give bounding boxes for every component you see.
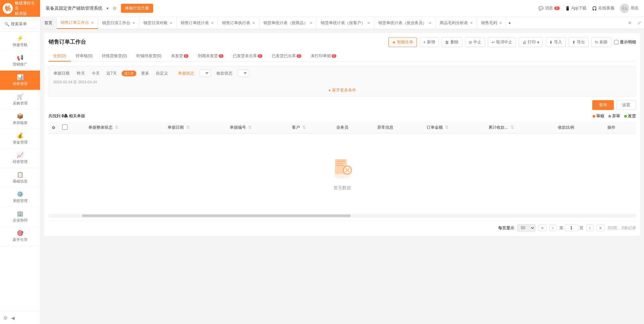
settings-icon[interactable]: ⚙ [3, 315, 8, 321]
app-download-button[interactable]: 📱 App下载 [565, 5, 587, 11]
sidebar-item-inventory[interactable]: 📦 库存核算 [0, 110, 40, 129]
first-page-button[interactable]: « [538, 225, 547, 231]
cancel-review-action[interactable]: 弃审 [608, 113, 620, 119]
user-menu[interactable]: Ea 用友 [620, 4, 639, 13]
sidebar-item-marketing[interactable]: 📢 营销推广 [0, 51, 40, 71]
horizontal-scrollbar[interactable] [48, 214, 636, 218]
column-settings-icon[interactable]: ⚙ [52, 125, 55, 130]
tab-close-sales-stats-staff[interactable]: ✕ [429, 21, 431, 25]
show-detail-checkbox-label[interactable]: 显示明细 [614, 39, 636, 45]
tab-sales-stats-staff[interactable]: 销货单统计表（按业务员） ✕ [374, 17, 436, 29]
sub-tab-shipped-not-stored[interactable]: 已发货未出库0 [228, 51, 267, 62]
show-detail-checkbox[interactable] [614, 40, 618, 44]
workbench-header: 销售订单工作台 ★ 智能生单 + 新增 🗑 删除 ⊘ [48, 37, 636, 47]
sidebar-item-finance[interactable]: 💰 资金管理 [0, 129, 40, 149]
date-yesterday[interactable]: 昨天 [75, 70, 87, 77]
collapse-icon[interactable]: ◀ [11, 315, 15, 321]
tab-close-all-icon[interactable]: ✕ [625, 20, 635, 26]
tab-close-gross-profit[interactable]: ✕ [470, 21, 473, 25]
stats-text: 共找到 0条 相关单据 [48, 113, 85, 119]
tab-gross-profit[interactable]: 商品毛利分析表 ✕ [436, 17, 477, 29]
tab-sales-exec[interactable]: 销售订单执行表 ✕ [218, 17, 259, 29]
expand-more-button[interactable]: ▾ 展开更多条件 [329, 87, 356, 93]
tab-fullscreen-icon[interactable]: ⤢ [635, 20, 644, 26]
smart-create-button[interactable]: ★ 智能生单 [388, 37, 417, 47]
sub-tab-not-printed[interactable]: 未打印单据0 [306, 51, 341, 62]
tabs-more-button[interactable]: ▸ [506, 21, 514, 25]
tab-sales-amount[interactable]: 销售毛利 ✕ [477, 17, 506, 29]
tab-sales-stats-product[interactable]: 销货单统计表（按商品） ✕ [259, 17, 317, 29]
print-button[interactable]: 🖨 打印 ▾ [519, 37, 543, 47]
last-page-button[interactable]: » [596, 225, 605, 231]
import-button[interactable]: ⬇ 导入 [546, 37, 566, 47]
export-icon: ⬆ [572, 40, 575, 45]
tab-close-sales-stats-product[interactable]: ✕ [310, 21, 312, 25]
tab-close-cash-reconcile[interactable]: ✕ [170, 21, 172, 25]
new-button[interactable]: + 新增 [420, 37, 439, 47]
tab-home[interactable]: 首页 [40, 17, 57, 29]
tab-sales-stats-customer[interactable]: 销货单统计表（按客户） ✕ [317, 17, 374, 29]
payment-filter-select[interactable] [238, 70, 249, 77]
system-dropdown[interactable]: ▾ [106, 6, 109, 11]
message-button[interactable]: 💬 消息 6 [539, 5, 560, 11]
sub-tab-pending-review[interactable]: 待审核(0) [71, 51, 97, 62]
review-action[interactable]: 审核 [593, 113, 604, 119]
stop-icon: ⊘ [469, 40, 472, 45]
online-service-button[interactable]: 🎧 在线客服 [592, 5, 614, 11]
sort-number-icon[interactable]: ⇅ [248, 125, 252, 130]
ship-action[interactable]: 发货 [624, 113, 636, 119]
sidebar-item-basic-info[interactable]: 📋 基础信息 [0, 168, 40, 188]
page-size-select[interactable]: 50 10 20 100 [517, 224, 535, 232]
sort-collected-icon[interactable]: ⇅ [511, 125, 514, 130]
tab-cash-daily[interactable]: 钱货日清工作台 ✕ [98, 17, 139, 29]
delete-button[interactable]: 🗑 删除 [441, 37, 462, 47]
select-all-checkbox[interactable] [62, 124, 68, 130]
tab-sales-workbench[interactable]: 销售订单工作台 ✕ [57, 17, 98, 29]
scrollbar-thumb[interactable] [82, 214, 351, 217]
sidebar-item-sales[interactable]: 📊 销售管理 [0, 71, 40, 90]
sort-date-icon[interactable]: ⇅ [186, 125, 190, 130]
status-filter-select[interactable] [200, 70, 211, 77]
page-number-input[interactable] [565, 225, 578, 231]
date-1month[interactable]: 近1月 [122, 71, 136, 76]
sort-amount-icon[interactable]: ⇅ [445, 125, 448, 130]
gear-icon[interactable]: ⚙ [113, 6, 117, 11]
sub-tab-not-shipped[interactable]: 未发货0 [166, 51, 193, 62]
sidebar-item-quick-nav[interactable]: ⚡ 快捷导航 [0, 32, 40, 51]
sub-tab-wangpu[interactable]: 旺铺待发货(0) [132, 51, 166, 62]
search-menu-button[interactable]: 🔍 搜索菜单 [2, 19, 38, 29]
sub-tab-pending-inspection[interactable]: 待拣货验货(0) [97, 51, 132, 62]
sub-tab-shipped-stored[interactable]: 已发货已出库0 [267, 51, 306, 62]
tab-close-sales-amount[interactable]: ✕ [499, 21, 502, 25]
sub-tab-all[interactable]: 全部(0) [48, 51, 71, 62]
tab-sales-stats[interactable]: 销售订单统计表 ✕ [177, 17, 218, 29]
stop-button[interactable]: ⊘ 中止 [465, 37, 485, 47]
sidebar-item-system[interactable]: ⚙️ 系统管理 [0, 188, 40, 207]
tab-close-sales-stats-customer[interactable]: ✕ [367, 21, 370, 25]
sub-tab-expired-not-shipped[interactable]: 到期未发货0 [193, 51, 228, 62]
topbar-right: 💬 消息 6 📱 App下载 🎧 在线客服 Ea 用友 [539, 4, 639, 13]
sidebar-item-purchase[interactable]: 🛒 采购管理 [0, 90, 40, 110]
sidebar-item-enterprise[interactable]: 🏢 企业协同 [0, 207, 40, 227]
date-today[interactable]: 今天 [90, 70, 102, 77]
refresh-button[interactable]: ↻ 刷新 [591, 37, 611, 47]
sidebar-item-operations[interactable]: 📈 经营管理 [0, 149, 40, 168]
sidebar-item-guide[interactable]: 🎯 新手引导 [0, 227, 40, 246]
tab-cash-reconcile[interactable]: 钱货日清对账 ✕ [139, 17, 177, 29]
sort-status-icon[interactable]: ⇅ [115, 125, 118, 130]
cancel-stop-button[interactable]: ↩ 取消中止 [488, 37, 516, 47]
solution-button[interactable]: 体验行业方案 [121, 4, 153, 13]
tab-close-sales-workbench[interactable]: ✕ [91, 21, 94, 25]
tab-close-sales-stats[interactable]: ✕ [211, 21, 214, 25]
set-button[interactable]: 设置 [616, 100, 636, 110]
date-custom[interactable]: 自定义 [154, 70, 170, 77]
date-more[interactable]: 更多 [139, 70, 151, 77]
export-button[interactable]: ⬆ 导出 [568, 37, 589, 47]
query-button[interactable]: 查询 [592, 100, 614, 110]
next-page-button[interactable]: › [586, 225, 594, 231]
tab-close-sales-exec[interactable]: ✕ [252, 21, 255, 25]
prev-page-button[interactable]: ‹ [549, 225, 557, 231]
date-7days[interactable]: 近7天 [104, 70, 119, 77]
tab-close-cash-daily[interactable]: ✕ [132, 21, 135, 25]
sort-customer-icon[interactable]: ⇅ [302, 125, 306, 130]
